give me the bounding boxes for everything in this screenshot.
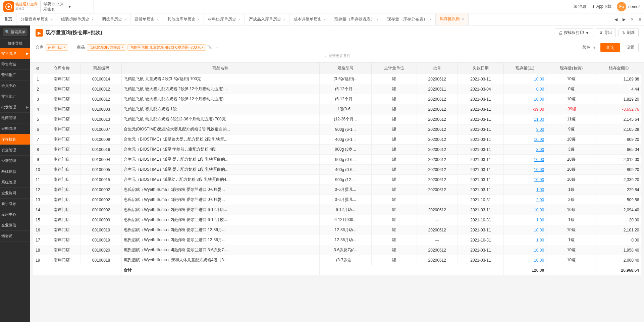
close-icon[interactable]: × (124, 17, 126, 21)
close-icon[interactable]: × (429, 17, 431, 21)
sidebar-item-retail-stats[interactable]: 零售统计 (0, 91, 30, 102)
export-btn[interactable]: ⬇ 导出 (596, 28, 616, 37)
close-icon[interactable]: × (324, 17, 326, 21)
td-qty-main[interactable]: 10.00 (503, 225, 546, 235)
search-icon: 🔍 (5, 30, 10, 34)
tab-home[interactable]: 首页 (0, 13, 16, 25)
sidebar-item-member[interactable]: 会员中心 (0, 80, 30, 91)
td-qty-main[interactable]: 10.00 (503, 205, 546, 215)
tab-bar: 首页 分量盘点单历史 × 组装拆卸单历史 × 调拨单历史 × 要货单历史 × 其… (0, 13, 644, 25)
td-qty-main[interactable]: 1.00 (503, 235, 546, 245)
sidebar-item-vip[interactable]: 畅会员 (0, 231, 30, 241)
close-icon[interactable]: × (462, 17, 464, 21)
sidebar-item-system[interactable]: 系统管理 (0, 177, 30, 188)
org-selector[interactable]: 母婴行业演示账套 ▼ (40, 0, 94, 13)
tab-menu-btn[interactable]: ≡ (636, 13, 644, 25)
td-name: 惠氏启赋（Wyeth illuma）1段奶粉 爱尔兰进口 0-6月婴... (122, 185, 320, 195)
close-icon[interactable]: × (377, 17, 379, 21)
td-batch: 20200612 (417, 74, 458, 84)
td-name: 飞鹤星飞帆 婴儿配方奶粉 1段 (122, 104, 320, 114)
sidebar-item-marketing[interactable]: 营销推广 (0, 70, 30, 80)
tab-fenku[interactable]: 分量盘点单历史 × (16, 13, 57, 25)
td-qty-main[interactable]: 9.00 (503, 124, 546, 135)
sidebar-item-ecommerce[interactable]: 电商管理 (0, 113, 30, 123)
tab-next-btn[interactable]: ▶ (620, 13, 628, 25)
td-qty-main[interactable]: 2.00 (503, 195, 546, 205)
td-unit: 罐 (372, 255, 417, 265)
expand-more-btn[interactable]: ⌄ 展开更多条件 (36, 52, 639, 60)
close-icon[interactable]: × (283, 17, 285, 21)
sidebar-item-basic[interactable]: 基础信息 (0, 166, 30, 177)
close-icon[interactable]: × (198, 17, 200, 21)
sidebar-item-inventory[interactable]: 库存核算 (0, 134, 30, 145)
remove-warehouse-tag-btn[interactable]: × (64, 46, 66, 49)
quick-nav-btn[interactable]: 快捷导航 (0, 39, 30, 48)
settings-btn[interactable]: 设置 (622, 43, 639, 52)
td-qty-main[interactable]: 1.00 (503, 185, 546, 195)
close-icon[interactable]: × (91, 17, 93, 21)
td-qty-main[interactable]: -39.00 (503, 104, 546, 114)
remove-product-tag1-btn[interactable]: × (122, 46, 124, 49)
print-btn[interactable]: 🖨 按模板打印 ▼ (555, 28, 593, 37)
td-qty-main[interactable]: 1.00 (503, 215, 546, 225)
user-profile[interactable]: Ea demo2 (617, 2, 641, 11)
td-qty-main[interactable]: 10.00 (503, 94, 546, 104)
td-qty-main[interactable]: 10.00 (503, 255, 546, 265)
search-menu-btn[interactable]: 🔍 搜索菜单 (3, 28, 28, 36)
td-qty-main[interactable]: 10.00 (503, 165, 546, 175)
product-ellipsis[interactable]: ··· (216, 45, 219, 50)
sidebar-item-corp-wechat[interactable]: 企业微信 (0, 220, 30, 231)
sidebar-item-purchase[interactable]: 采购管理 (0, 123, 30, 134)
td-unit: 罐 (372, 165, 417, 175)
warehouse-more-btn[interactable]: ··· (69, 45, 73, 50)
sidebar-item-finance[interactable]: 资金管理 (0, 145, 30, 156)
tab-xianzai2[interactable]: 现存量（库存分布表）× (383, 13, 436, 25)
td-batch: 20200611 (417, 84, 458, 94)
td-qty-pkg: 3罐 (546, 145, 596, 155)
tab-prev-btn[interactable]: ◀ (612, 13, 620, 25)
close-icon[interactable]: × (238, 17, 240, 21)
td-name: 合生元（BIOSTIME）派星 学龄前儿童配方奶粉 4段 (122, 145, 320, 155)
tab-xianzai1[interactable]: 现存量（库存状况表）× (330, 13, 383, 25)
sidebar-item-retail-store[interactable]: 零售商城 (0, 59, 30, 70)
app-download-btn[interactable]: ⬇ App下载 (592, 4, 611, 9)
product-more-btn[interactable]: 飞... (207, 45, 215, 50)
th-settings[interactable]: ⚙ (33, 63, 43, 74)
td-qty-main[interactable]: 10.00 (503, 74, 546, 84)
query-btn[interactable]: 查询 (600, 43, 620, 52)
color-dropdown-btn[interactable]: ▼ (592, 45, 596, 50)
sidebar-item-wholesale[interactable]: 批发管理 ▶ (0, 102, 30, 113)
refresh-btn[interactable]: ↻ 刷新 (619, 28, 639, 37)
sidebar-item-operations[interactable]: 经营管理 (0, 156, 30, 166)
td-qty-main[interactable]: 3.00 (503, 145, 546, 155)
td-qty-main[interactable]: 10.00 (503, 245, 546, 255)
tab-diaopi[interactable]: 调拨单历史 × (98, 13, 130, 25)
td-qty-main[interactable]: 10.00 (503, 175, 546, 185)
tab-close-btn[interactable]: × (628, 13, 636, 25)
td-batch: 20200612 (417, 94, 458, 104)
td-spec: 900g (12-... (319, 175, 371, 185)
td-spec: 0-6月婴儿... (319, 185, 371, 195)
close-icon[interactable]: × (157, 17, 159, 21)
tab-cailiao[interactable]: 材料出库单历史 × (204, 13, 245, 25)
sidebar-item-enterprise[interactable]: 企业协同 (0, 188, 30, 199)
tab-chengpin[interactable]: 产成品入库单历史 × (245, 13, 289, 25)
sidebar-item-apps[interactable]: 应用中心 (0, 209, 30, 220)
tab-chengben[interactable]: 成本调整单历史 × (289, 13, 330, 25)
td-qty-main[interactable]: 10.00 (503, 155, 546, 165)
td-qty-main[interactable]: 11.00 (503, 114, 546, 124)
tab-zuhe[interactable]: 组装拆卸单历史 × (57, 13, 98, 25)
tab-qita[interactable]: 其他出库单历史 × (163, 13, 204, 25)
td-qty-main[interactable]: 0.00 (503, 84, 546, 94)
sidebar-item-guide[interactable]: 新手引导 (0, 199, 30, 209)
close-icon[interactable]: × (51, 17, 53, 21)
remove-product-tag2-btn[interactable]: × (202, 46, 204, 49)
tab-kupi[interactable]: 库存批次账 × (436, 13, 468, 25)
tab-yaohuo[interactable]: 要货单历史 × (130, 13, 163, 25)
page-title: 现存量查询(按仓库+批次) (46, 30, 102, 36)
message-btn[interactable]: ✉ 消息 (574, 4, 586, 9)
td-warehouse: 南岸门店 (43, 255, 80, 265)
sidebar-item-retail-mgmt[interactable]: 零售管理 ▶ (0, 48, 30, 59)
td-qty-main[interactable]: 10.00 (503, 135, 546, 145)
expand-sidebar-btn[interactable]: ▶ (36, 29, 43, 37)
